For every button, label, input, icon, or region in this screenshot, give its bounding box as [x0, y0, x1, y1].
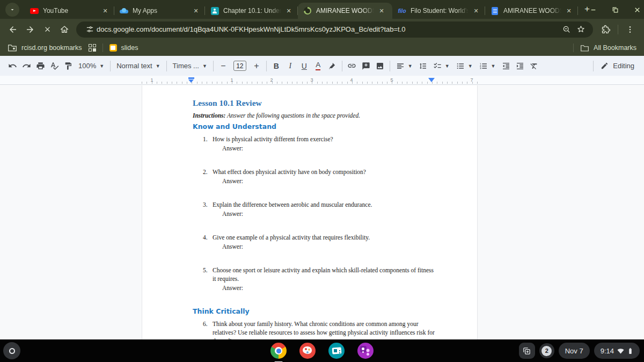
date-label: Nov 7 — [565, 347, 583, 355]
bookmarks-divider — [573, 44, 574, 52]
close-window-icon[interactable] — [634, 6, 641, 13]
restore-icon[interactable] — [612, 6, 619, 13]
line-spacing-button[interactable] — [416, 59, 430, 74]
close-tab-icon[interactable]: ✕ — [192, 6, 200, 15]
increase-indent-button[interactable] — [513, 59, 527, 74]
bookmark-star-icon[interactable] — [574, 23, 588, 37]
tab-my-apps[interactable]: My Apps ✕ — [114, 3, 204, 19]
toolbar-separator — [390, 61, 390, 71]
close-tab-icon[interactable]: ✕ — [284, 6, 293, 15]
launcher-button[interactable] — [3, 342, 20, 359]
zoom-page-icon[interactable] — [560, 23, 574, 37]
paragraph-style-select[interactable]: Normal text▼ — [113, 59, 163, 74]
close-tab-icon[interactable]: ✕ — [565, 6, 573, 15]
clear-formatting-button[interactable] — [527, 59, 541, 74]
new-tab-button[interactable]: + — [584, 4, 590, 15]
browser-menu-button[interactable] — [621, 21, 639, 38]
back-button[interactable] — [4, 21, 21, 38]
tab-youtube[interactable]: YouTube ✕ — [25, 3, 114, 19]
bookmark-slides[interactable]: slides — [109, 44, 138, 52]
bulleted-list-icon — [456, 62, 465, 70]
tab-chapter[interactable]: Chapter 10.1: Underst ✕ — [205, 3, 297, 19]
decrease-indent-button[interactable] — [499, 59, 513, 74]
tab-search-button[interactable] — [5, 3, 19, 17]
paint-format-button[interactable] — [61, 59, 75, 74]
zoom-select[interactable]: 100%▼ — [75, 59, 107, 74]
underline-button[interactable]: U — [297, 59, 311, 74]
answer-label: Answer: — [222, 209, 456, 218]
undo-button[interactable] — [5, 59, 19, 74]
question-number: 2. — [203, 168, 213, 176]
ruler-number: 1 — [150, 77, 153, 83]
text-color-button[interactable]: A — [311, 59, 325, 74]
editing-label: Editing — [613, 62, 634, 70]
launcher-icon — [9, 348, 15, 354]
all-bookmarks-label: All Bookmarks — [594, 44, 636, 52]
notification-counter[interactable]: 2 — [539, 343, 554, 358]
url-text[interactable]: docs.google.com/document/d/1qBqa4UNK-0FK… — [97, 25, 560, 33]
site-info-icon[interactable] — [83, 23, 97, 37]
decrease-font-button[interactable]: − — [216, 59, 230, 74]
add-comment-button[interactable] — [359, 59, 373, 74]
print-button[interactable] — [33, 59, 47, 74]
right-indent-marker[interactable] — [428, 78, 435, 82]
bookmark-label: rcisd.org bookmarks — [21, 44, 82, 52]
omnibox[interactable]: docs.google.com/document/d/1qBqa4UNK-0FK… — [76, 21, 593, 38]
stop-reload-button[interactable] — [39, 21, 56, 38]
minimize-icon[interactable] — [590, 6, 597, 13]
battery-icon — [627, 347, 633, 355]
folder-icon — [580, 44, 589, 52]
shelf-app-people[interactable] — [357, 343, 374, 359]
tab-title: AMIRANEE WOODS - C — [316, 7, 374, 15]
highlight-button[interactable] — [325, 59, 339, 74]
close-tab-icon[interactable]: ✕ — [472, 6, 480, 15]
tab-filo[interactable]: filo Filo Student: World's C ✕ — [392, 3, 485, 19]
status-tray[interactable]: 9:14 — [594, 343, 640, 359]
section-heading-think: Think Critically — [193, 307, 456, 315]
insert-link-button[interactable] — [345, 59, 359, 74]
font-family-select[interactable]: Times ...▼ — [170, 59, 210, 74]
all-bookmarks-button[interactable]: All Bookmarks — [580, 44, 636, 52]
screen-capture-button[interactable] — [519, 343, 535, 359]
tab-amiranee-active[interactable]: AMIRANEE WOODS - C ✕ — [298, 3, 392, 19]
chrome-icon — [270, 343, 287, 359]
checklist-button[interactable]: ▼ — [430, 59, 453, 74]
question-text: Choose one sport or leisure activity and… — [213, 266, 438, 283]
spellcheck-button[interactable] — [47, 59, 61, 74]
question-text: Give one example of a physical activity … — [213, 233, 370, 242]
apps-grid-icon[interactable] — [89, 44, 96, 52]
numbered-list-button[interactable]: ▼ — [476, 59, 499, 74]
print-icon — [36, 61, 45, 70]
editing-mode-button[interactable]: Editing — [590, 61, 640, 71]
question-block-5: 5.Choose one sport or leisure activity a… — [193, 266, 456, 292]
shelf-app-chrome[interactable] — [270, 343, 287, 359]
increase-font-button[interactable]: + — [250, 59, 264, 74]
tab-title: AMIRANEE WOODS - C — [503, 7, 561, 15]
redo-button[interactable] — [19, 59, 33, 74]
extensions-button[interactable] — [597, 21, 614, 38]
insert-image-button[interactable] — [373, 59, 387, 74]
align-button[interactable]: ▼ — [393, 59, 416, 74]
tab-title: My Apps — [133, 7, 188, 15]
date-button[interactable]: Nov 7 — [559, 343, 590, 359]
bulleted-list-button[interactable]: ▼ — [453, 59, 476, 74]
toolbar-separator — [213, 61, 214, 71]
toolbar-divider — [618, 25, 618, 34]
font-size-input[interactable]: 12 — [233, 61, 246, 71]
home-button[interactable] — [56, 21, 73, 38]
bookmark-folder-rcisd[interactable]: rcisd.org bookmarks — [8, 44, 82, 52]
left-indent-marker[interactable] — [188, 77, 194, 83]
forward-button[interactable] — [21, 21, 39, 38]
close-tab-icon[interactable]: ✕ — [101, 6, 109, 15]
tab-amiranee-docs[interactable]: AMIRANEE WOODS - C ✕ — [485, 3, 577, 19]
forward-arrow-icon — [25, 25, 35, 34]
shelf-app-screencast[interactable] — [328, 343, 345, 359]
document-page[interactable]: Lesson 10.1 Review Instructions: Answer … — [142, 85, 478, 362]
close-tab-icon[interactable]: ✕ — [377, 6, 386, 15]
bold-button[interactable]: B — [269, 59, 283, 74]
italic-button[interactable]: I — [283, 59, 297, 74]
caret-icon: ▼ — [491, 63, 496, 69]
tab-strip: YouTube ✕ My Apps ✕ Chapter 10.1: Unders… — [0, 0, 644, 19]
shelf-app-canvas[interactable] — [299, 343, 316, 359]
bookmarks-bar: rcisd.org bookmarks slides All Bookmarks — [0, 40, 644, 56]
